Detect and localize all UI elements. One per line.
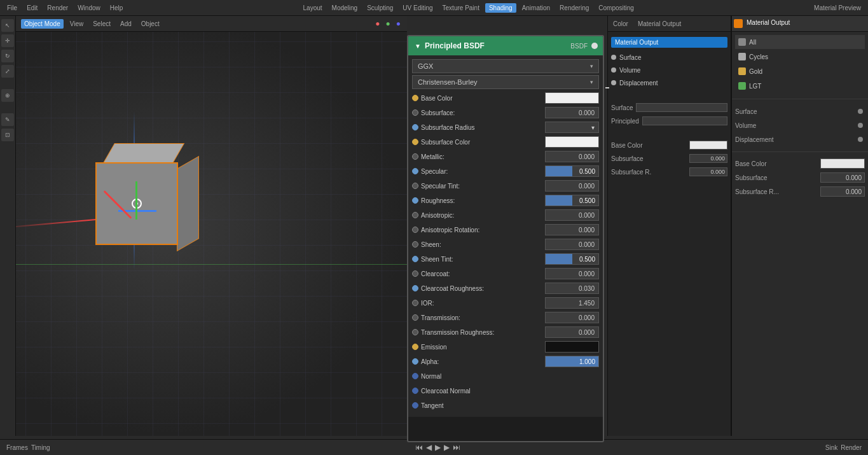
color-picker-base-color[interactable] [545,92,599,104]
workspace-modeling[interactable]: Modeling [328,3,362,13]
slider-sheen-tint[interactable]: 0.500 [545,253,599,265]
material-item-all[interactable]: All [735,35,865,49]
r-base-color-value[interactable] [820,158,865,169]
timeline-play[interactable]: ▶ [435,443,441,452]
render-engine[interactable]: Material Preview [810,3,865,13]
dropdown-subsurface-radius[interactable]: ▾ [545,122,599,133]
tool-scale[interactable]: ⤢ [1,65,14,78]
slider-alpha[interactable]: 1.000 [545,356,599,367]
socket-clearcoat[interactable] [412,270,418,277]
tool-move[interactable]: ✛ [1,34,14,47]
value-transmission-roughness[interactable]: 0.000 [545,326,599,338]
socket-base-color[interactable] [412,95,418,101]
value-anisotropic-rotation[interactable]: 0.000 [545,224,599,235]
socket-sheen-tint[interactable] [412,256,418,262]
workspace-sculpting[interactable]: Sculpting [363,3,397,13]
node-collapse-triangle[interactable]: ▼ [415,43,421,50]
connection-surface-socket[interactable] [858,109,863,114]
view-menu[interactable]: View [67,19,87,29]
material-item-gold[interactable]: Gold [735,64,865,78]
3d-cube[interactable] [76,143,203,258]
workspace-animation[interactable]: Animation [518,3,554,13]
socket-clearcoat-roughness[interactable] [412,285,418,291]
tool-cursor[interactable]: ↖ [1,19,14,32]
socket-sheen[interactable] [412,241,418,248]
value-clearcoat-roughness[interactable]: 0.030 [545,283,599,294]
socket-subsurface-radius[interactable] [412,124,418,130]
mode-selector[interactable]: Object Mode [21,19,64,29]
timeline-start[interactable]: ⏮ [415,443,423,452]
node-prop-val-1[interactable] [636,103,727,112]
socket-metallic[interactable] [412,153,418,160]
workspace-rendering[interactable]: Rendering [556,3,593,13]
workspace-uv[interactable]: UV Editing [399,3,436,13]
value-subsurface[interactable]: 0.000 [545,107,599,118]
value-anisotropic[interactable]: 0.000 [545,209,599,221]
bottom-render[interactable]: Render [841,444,862,451]
socket-specular[interactable] [412,168,418,174]
menu-window[interactable]: Window [74,3,104,13]
node-area-subsurface-value[interactable]: 0.000 [689,154,727,163]
workspace-shading[interactable]: Shading [485,3,516,13]
node-prop-val-2[interactable] [642,116,727,125]
tool-transform[interactable]: ⊕ [1,89,14,102]
socket-roughness[interactable] [412,197,418,204]
socket-anisotropic-rotation[interactable] [412,227,418,233]
workspace-compositing[interactable]: Compositing [595,3,638,13]
color-picker-subsurface-color[interactable] [545,136,599,148]
workspace-texture[interactable]: Texture Paint [439,3,483,13]
bottom-item-timing[interactable]: Timing [31,444,50,451]
menu-edit[interactable]: Edit [23,3,41,13]
add-menu[interactable]: Add [117,19,135,29]
value-metallic[interactable]: 0.000 [545,151,599,162]
socket-normal[interactable] [412,373,418,379]
tool-annotate[interactable]: ✎ [1,113,14,126]
slider-roughness[interactable]: 0.500 [545,195,599,206]
timeline-prev[interactable]: ◀ [426,443,432,452]
socket-transmission-roughness[interactable] [412,329,418,335]
workspace-layout[interactable]: Layout [300,3,326,13]
timeline-next[interactable]: ▶ [444,443,450,452]
select-menu[interactable]: Select [90,19,114,29]
node-area-base-color-swatch[interactable] [689,141,727,150]
connection-displacement-socket[interactable] [858,137,863,142]
socket-ior[interactable] [412,300,418,306]
color-picker-emission[interactable] [545,341,599,353]
connection-volume-socket[interactable] [858,123,863,128]
socket-anisotropic[interactable] [412,212,418,218]
menu-help[interactable]: Help [106,3,127,13]
value-transmission[interactable]: 0.000 [545,312,599,323]
socket-tangent[interactable] [412,402,418,409]
tool-measure[interactable]: ⊡ [1,129,14,141]
bottom-sink[interactable]: Sink [825,444,837,451]
distribution-dropdown[interactable]: GGX ▾ [412,59,599,73]
socket-transmission[interactable] [412,314,418,321]
bottom-item-frames[interactable]: Frames [6,444,28,451]
node-area-subsurface-r-value[interactable]: 0.000 [689,167,727,176]
node-output-socket[interactable] [591,43,598,49]
socket-emission[interactable] [412,344,418,350]
value-specular-tint[interactable]: 0.000 [545,180,599,192]
r-subsurface-value[interactable]: 0.000 [820,172,865,183]
socket-clearcoat-normal[interactable] [412,388,418,394]
value-clearcoat[interactable]: 0.000 [545,268,599,279]
material-item-lgt[interactable]: LGT [735,79,865,93]
socket-subsurface-color[interactable] [412,139,418,145]
subsurface-method-dropdown[interactable]: Christensen-Burley ▾ [412,75,599,89]
value-ior[interactable]: 1.450 [545,297,599,309]
menu-render[interactable]: Render [43,3,72,13]
object-menu[interactable]: Object [138,19,163,29]
socket-alpha[interactable] [412,358,418,365]
value-sheen[interactable]: 0.000 [545,239,599,250]
socket-subsurface[interactable] [412,109,418,116]
viewport[interactable] [0,16,407,436]
slider-specular[interactable]: 0.500 [545,165,599,177]
socket-specular-tint[interactable] [412,183,418,189]
tool-rotate[interactable]: ↻ [1,50,14,62]
node-area-material-header[interactable]: Material Output [611,37,727,48]
timeline-end[interactable]: ⏭ [453,443,460,452]
material-item-cycles[interactable]: Cycles [735,50,865,64]
menu-file[interactable]: File [3,3,21,13]
node-area-volume-label: Volume [619,67,640,74]
r-subsurface-radius-value[interactable]: 0.000 [820,186,865,197]
